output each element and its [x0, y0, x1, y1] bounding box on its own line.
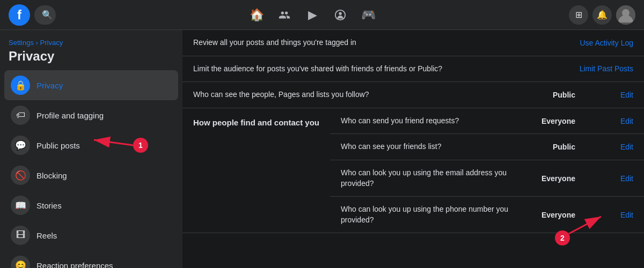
sidebar-item-reels[interactable]: 🎞 Reels	[4, 220, 178, 250]
friends-nav-button[interactable]	[272, 2, 297, 28]
sidebar-item-privacy[interactable]: 🔒 Privacy	[4, 70, 178, 100]
row-email-lookup-value: Everyone	[532, 174, 575, 183]
nav-center: 🏠 ▶ 🎮	[244, 2, 381, 28]
sidebar-label-stories: Stories	[36, 201, 62, 210]
breadcrumb-current: Privacy	[40, 39, 63, 47]
sidebar-item-stories[interactable]: 📖 Stories	[4, 190, 178, 220]
breadcrumb-separator: ›	[36, 39, 40, 47]
row-activity-log: Review all your posts and things you're …	[182, 30, 644, 56]
row-friends-list-edit[interactable]: Edit	[590, 143, 633, 151]
avatar[interactable]	[616, 5, 635, 25]
stories-icon: 📖	[11, 196, 30, 215]
svg-point-1	[339, 12, 342, 15]
sidebar-item-profile-tagging[interactable]: 🏷 Profile and tagging	[4, 100, 178, 130]
row-friends-list: Who can see your friends list? Public Ed…	[330, 134, 644, 160]
sidebar-label-privacy: Privacy	[36, 81, 63, 90]
nav-left: f 🔍	[9, 4, 56, 26]
notifications-button[interactable]: 🔔	[592, 5, 612, 25]
sidebar-item-blocking[interactable]: 🚫 Blocking	[4, 160, 178, 190]
row-friend-req-label: Who can send you friend requests?	[341, 116, 524, 126]
search-icon: 🔍	[42, 10, 53, 20]
section-rows: Who can send you friend requests? Everyo…	[330, 108, 644, 233]
row-follow-label: Who can see the people, Pages and lists …	[193, 90, 524, 100]
search-box[interactable]: 🔍	[34, 5, 56, 25]
row-friend-requests: Who can send you friend requests? Everyo…	[330, 108, 644, 135]
use-activity-log-button[interactable]: Use Activity Log	[580, 39, 633, 47]
reaction-preferences-icon: 😊	[11, 256, 30, 268]
sidebar-item-public-posts[interactable]: 💬 Public posts	[4, 130, 178, 160]
nav-right: ⊞ 🔔	[569, 5, 635, 25]
row-limit-past-posts: Limit the audience for posts you've shar…	[182, 56, 644, 83]
main-layout: Settings › Privacy Privacy 🔒 Privacy 🏷 P…	[0, 30, 644, 268]
row-friends-list-label: Who can see your friends list?	[341, 142, 524, 152]
sidebar-label-blocking: Blocking	[36, 171, 67, 180]
top-navigation: f 🔍 🏠 ▶ 🎮 ⊞ 🔔	[0, 0, 644, 30]
breadcrumb-parent[interactable]: Settings	[9, 39, 34, 47]
find-contact-section: How people find and contact you Who can …	[182, 108, 644, 234]
blocking-icon: 🚫	[11, 166, 30, 185]
row-phone-lookup: Who can look you up using the phone numb…	[330, 197, 644, 233]
page-title: Privacy	[4, 49, 178, 70]
row-phone-lookup-value: Everyone	[532, 211, 575, 219]
sidebar-label-public-posts: Public posts	[36, 141, 80, 150]
grid-menu-button[interactable]: ⊞	[569, 5, 588, 25]
row-email-lookup-edit[interactable]: Edit	[590, 174, 633, 183]
limit-past-posts-button[interactable]: Limit Past Posts	[580, 64, 633, 73]
row-phone-lookup-edit[interactable]: Edit	[590, 211, 633, 219]
row-phone-lookup-label: Who can look you up using the phone numb…	[341, 204, 524, 225]
sidebar-item-reaction-preferences[interactable]: 😊 Reaction preferences	[4, 250, 178, 268]
home-nav-button[interactable]: 🏠	[244, 2, 269, 28]
facebook-logo[interactable]: f	[9, 4, 30, 26]
gaming-nav-button[interactable]: 🎮	[355, 2, 381, 28]
row-activity-log-label: Review all your posts and things you're …	[193, 38, 571, 48]
row-follow-value: Public	[532, 91, 575, 99]
row-who-can-see-follow: Who can see the people, Pages and lists …	[182, 82, 644, 108]
row-follow-edit[interactable]: Edit	[590, 91, 633, 99]
watch-nav-button[interactable]: ▶	[299, 2, 325, 28]
row-email-lookup-label: Who can look you up using the email addr…	[341, 168, 524, 189]
row-friend-req-edit[interactable]: Edit	[590, 117, 633, 125]
section-header: How people find and contact you	[182, 108, 330, 233]
sidebar-label-reels: Reels	[36, 231, 57, 240]
row-email-lookup: Who can look you up using the email addr…	[330, 160, 644, 197]
row-friend-req-value: Everyone	[532, 117, 575, 125]
reels-icon: 🎞	[11, 226, 30, 245]
profile-tagging-icon: 🏷	[11, 106, 30, 125]
row-limit-past-label: Limit the audience for posts you've shar…	[193, 64, 571, 75]
sidebar: Settings › Privacy Privacy 🔒 Privacy 🏷 P…	[0, 30, 182, 268]
groups-nav-button[interactable]	[327, 2, 353, 28]
breadcrumb: Settings › Privacy	[4, 39, 178, 49]
sidebar-label-profile-tagging: Profile and tagging	[36, 111, 104, 120]
row-friends-list-value: Public	[532, 143, 575, 151]
privacy-icon: 🔒	[11, 76, 30, 95]
public-posts-icon: 💬	[11, 136, 30, 155]
content-area: Review all your posts and things you're …	[182, 30, 644, 268]
sidebar-label-reaction-preferences: Reaction preferences	[36, 261, 113, 269]
